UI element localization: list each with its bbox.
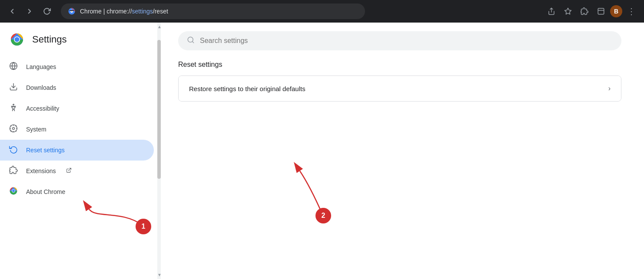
toolbar-icons: B ⋮ bbox=[544, 4, 639, 19]
about-chrome-icon bbox=[9, 187, 18, 197]
sidebar-item-downloads[interactable]: Downloads bbox=[0, 77, 154, 98]
restore-defaults-label: Restore settings to their original defau… bbox=[189, 85, 305, 92]
svg-marker-3 bbox=[565, 8, 571, 14]
accessibility-icon bbox=[9, 103, 18, 114]
system-icon bbox=[9, 124, 18, 135]
extensions-label: Extensions bbox=[26, 167, 56, 174]
sidebar-header: Settings bbox=[0, 23, 161, 55]
profile-avatar[interactable]: B bbox=[610, 5, 622, 17]
system-label: System bbox=[26, 126, 46, 133]
svg-point-9 bbox=[15, 37, 20, 42]
scroll-thumb[interactable] bbox=[157, 40, 161, 179]
forward-button[interactable] bbox=[23, 4, 37, 18]
scroll-down-arrow[interactable]: ▼ bbox=[157, 271, 161, 279]
sidebar: Settings Languages Downloads Accessibili bbox=[0, 23, 161, 279]
search-bar[interactable] bbox=[178, 31, 621, 50]
reload-button[interactable] bbox=[40, 4, 54, 18]
scroll-up-arrow[interactable]: ▲ bbox=[157, 23, 161, 31]
svg-point-14 bbox=[13, 127, 15, 129]
restore-defaults-item[interactable]: Restore settings to their original defau… bbox=[179, 76, 621, 101]
menu-button[interactable]: ⋮ bbox=[624, 4, 639, 19]
reset-card: Restore settings to their original defau… bbox=[178, 75, 621, 102]
downloads-label: Downloads bbox=[26, 84, 56, 91]
sidebar-scrollbar[interactable]: ▲ ▼ bbox=[157, 23, 161, 279]
sidebar-item-extensions[interactable]: Extensions bbox=[0, 161, 154, 181]
reset-icon bbox=[9, 145, 18, 156]
sidebar-nav: Languages Downloads Accessibility System bbox=[0, 55, 161, 204]
languages-icon bbox=[9, 62, 18, 72]
reset-settings-label: Reset settings bbox=[26, 147, 65, 154]
languages-label: Languages bbox=[26, 63, 56, 70]
tab-button[interactable] bbox=[594, 4, 608, 19]
accessibility-label: Accessibility bbox=[26, 105, 59, 112]
sidebar-item-about-chrome[interactable]: About Chrome bbox=[0, 181, 154, 202]
restore-defaults-arrow: › bbox=[608, 85, 611, 92]
back-button[interactable] bbox=[5, 4, 19, 18]
settings-page-title: Settings bbox=[32, 34, 67, 45]
about-chrome-label: About Chrome bbox=[26, 188, 65, 195]
extensions-nav-icon bbox=[9, 166, 18, 177]
bookmark-button[interactable] bbox=[561, 4, 575, 19]
chrome-logo bbox=[9, 31, 25, 48]
search-input[interactable] bbox=[200, 37, 613, 45]
address-bar[interactable]: Chrome | chrome://settings/reset bbox=[61, 3, 365, 19]
extensions-button[interactable] bbox=[577, 4, 592, 19]
downloads-icon bbox=[9, 82, 18, 93]
svg-line-15 bbox=[69, 168, 71, 171]
chrome-site-icon bbox=[68, 7, 76, 15]
svg-line-20 bbox=[192, 41, 193, 43]
search-icon bbox=[187, 36, 195, 46]
sidebar-item-accessibility[interactable]: Accessibility bbox=[0, 98, 154, 119]
svg-point-18 bbox=[12, 190, 15, 192]
search-bar-wrapper bbox=[178, 23, 627, 61]
main-layout: Settings Languages Downloads Accessibili bbox=[0, 23, 644, 279]
external-link-icon bbox=[66, 167, 72, 174]
sidebar-item-languages[interactable]: Languages bbox=[0, 56, 154, 77]
share-button[interactable] bbox=[544, 4, 559, 19]
content-area: Reset settings Restore settings to their… bbox=[161, 23, 644, 279]
sidebar-item-reset-settings[interactable]: Reset settings bbox=[0, 140, 154, 161]
svg-rect-4 bbox=[598, 8, 604, 14]
address-text: Chrome | chrome://settings/reset bbox=[80, 8, 168, 15]
svg-point-13 bbox=[13, 104, 14, 105]
reset-settings-section-title: Reset settings bbox=[178, 61, 627, 69]
browser-bar: Chrome | chrome://settings/reset B ⋮ bbox=[0, 0, 644, 23]
sidebar-item-system[interactable]: System bbox=[0, 119, 154, 140]
